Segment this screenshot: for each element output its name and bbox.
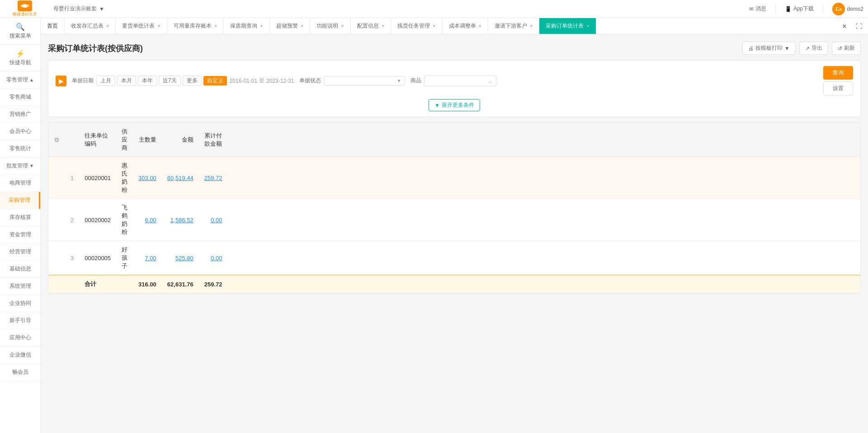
date-btn-7days[interactable]: 近7天 — [159, 76, 181, 86]
sidebar-item-retail-stat[interactable]: 零售统计 — [0, 140, 40, 157]
row2-extra — [227, 199, 860, 241]
purchase-label: 采购管理 — [9, 197, 30, 203]
tab-config-close[interactable]: × — [382, 24, 384, 29]
date-btn-this-year[interactable]: 本年 — [138, 76, 157, 86]
sidebar-item-member[interactable]: 畅会员 — [0, 364, 40, 381]
sidebar-item-quicknav[interactable]: ⚡ 快捷导航 — [0, 45, 40, 71]
sidebar-search-label: 搜索菜单 — [9, 33, 31, 39]
tab-config[interactable]: 配置信息 × — [351, 18, 391, 34]
row2-supplier: 飞鹤奶粉 — [116, 199, 133, 241]
col-settings-icon[interactable]: ⚙ — [54, 136, 60, 143]
page-header: 采购订单统计表(按供应商) 🖨 按模板打印 ▼ ↗ 导出 ↺ — [48, 42, 861, 55]
row3-supplier-code: 00020005 — [79, 241, 116, 276]
tab-function-desc[interactable]: 功能说明 × — [310, 18, 350, 34]
tab-cost-adjust[interactable]: 成本调整单 × — [443, 18, 488, 34]
tab-purchase-stat[interactable]: 采购订单统计表 × — [539, 18, 596, 34]
settings-button[interactable]: 设置 — [823, 81, 853, 95]
maximize-button[interactable]: ⛶ — [854, 21, 864, 32]
user-area[interactable]: Ea demo2 — [832, 3, 863, 15]
sidebar-item-retail-shop[interactable]: 零售商城 — [0, 89, 40, 106]
status-filter-label: 单据状态 — [299, 77, 321, 85]
query-button[interactable]: 查询 — [823, 66, 853, 80]
sidebar-item-wholesale[interactable]: 批发管理 ▼ — [0, 157, 40, 175]
message-label: 消息 — [755, 5, 766, 13]
logo-area: 畅捷通好生意 — [5, 0, 45, 17]
top-bar: 畅捷通好生意 母婴行业演示账套 ▼ ✉ 消息 📱 App下载 Ea demo2 — [0, 0, 868, 18]
sidebar-item-appcenter[interactable]: 应用中心 — [0, 329, 40, 347]
date-btn-last-month[interactable]: 上月 — [96, 76, 115, 86]
tab-pick-task-close[interactable]: × — [433, 24, 435, 29]
row3-settings — [48, 241, 65, 276]
tab-collect-close[interactable]: × — [106, 24, 109, 29]
tab-requisition[interactable]: 要货单统计表 × — [116, 18, 167, 34]
system-label: 系统管理 — [9, 283, 31, 289]
sidebar-item-members[interactable]: 会员中心 — [0, 123, 40, 140]
tab-overstock[interactable]: 超储预警 × — [270, 18, 310, 34]
tab-function-desc-close[interactable]: × — [341, 24, 344, 29]
tab-purchase-stat-close[interactable]: × — [586, 24, 589, 29]
tab-requisition-label: 要货单统计表 — [122, 22, 155, 30]
sidebar-item-wechat[interactable]: 企业微信 — [0, 347, 40, 364]
goods-input[interactable]: ... — [424, 76, 496, 86]
close-tab-button[interactable]: ✕ — [839, 21, 850, 32]
sidebar-item-enterprise[interactable]: 企业协同 — [0, 295, 40, 312]
print-button[interactable]: 🖨 按模板打印 ▼ — [742, 42, 796, 55]
tab-invite[interactable]: 邀请下游客户 × — [488, 18, 539, 34]
sidebar-item-search[interactable]: 🔍 搜索菜单 — [0, 18, 40, 45]
table-row[interactable]: 1 00020001 惠氏奶粉 303.00 60,519.44 259.72 — [48, 157, 860, 199]
export-button[interactable]: ↗ 导出 — [799, 42, 828, 55]
print-arrow-icon: ▼ — [784, 45, 790, 52]
row3-paid: 0.00 — [199, 241, 228, 276]
user-avatar: Ea — [832, 3, 845, 15]
app-download-button[interactable]: 📱 App下载 — [785, 5, 814, 13]
message-button[interactable]: ✉ 消息 — [749, 5, 766, 13]
status-select[interactable]: ▼ — [324, 76, 405, 86]
workspace-label: 母婴行业演示账套 — [53, 5, 97, 13]
tab-available-stock[interactable]: 可用量库存账本 × — [167, 18, 224, 34]
tab-overstock-close[interactable]: × — [301, 24, 303, 29]
sidebar-item-ecommerce[interactable]: 电商管理 — [0, 175, 40, 192]
sidebar-item-newbie[interactable]: 新手引导 — [0, 312, 40, 329]
search-icon: 🔍 — [2, 23, 38, 31]
tab-collect[interactable]: 收发存汇总表 × — [65, 18, 116, 34]
sidebar-item-marketing[interactable]: 营销推广 — [0, 106, 40, 123]
sidebar-item-retail[interactable]: 零售管理 ▲ — [0, 71, 40, 89]
filter-toggle-button[interactable]: ▶ — [56, 76, 66, 86]
expand-conditions-button[interactable]: ▼ 展开更多条件 — [429, 99, 480, 111]
custom-date-tag[interactable]: 自定义 — [203, 76, 227, 86]
sidebar-item-finance[interactable]: 资金管理 — [0, 226, 40, 243]
row2-num: 2 — [65, 199, 79, 241]
date-filter-item: 单据日期 上月 本月 本年 近7天 更多 自定义 2016-01-01 — [72, 76, 294, 86]
table-row[interactable]: 2 00020002 飞鹤奶粉 6.00 1,586.52 0.00 — [48, 199, 860, 241]
date-btn-more[interactable]: 更多 — [183, 76, 202, 86]
finance-label: 资金管理 — [9, 231, 31, 238]
svg-point-0 — [23, 4, 27, 8]
row1-extra — [227, 157, 860, 199]
table-row[interactable]: 3 00020005 好孩子 7.00 525.80 0.00 — [48, 241, 860, 276]
sidebar-item-system[interactable]: 系统管理 — [0, 278, 40, 295]
workspace-selector[interactable]: 母婴行业演示账套 ▼ — [50, 3, 108, 14]
date-from: 2016-01-01 — [230, 78, 257, 84]
marketing-label: 营销推广 — [9, 111, 31, 117]
app-download-label: App下载 — [793, 5, 814, 13]
goods-filter-label: 商品 — [410, 77, 421, 85]
workspace-arrow-icon: ▼ — [99, 6, 104, 12]
date-btn-this-month[interactable]: 本月 — [117, 76, 136, 86]
tab-home[interactable]: 首页 — [41, 18, 65, 34]
sidebar-item-operations[interactable]: 经营管理 — [0, 243, 40, 261]
refresh-button[interactable]: ↺ 刷新 — [832, 42, 861, 55]
sidebar-item-purchase[interactable]: 采购管理 — [0, 192, 40, 209]
tab-available-stock-close[interactable]: × — [214, 24, 217, 29]
tab-cost-adjust-close[interactable]: × — [479, 24, 481, 29]
sidebar-item-basic[interactable]: 基础信息 — [0, 261, 40, 278]
print-icon: 🖨 — [748, 45, 754, 52]
newbie-label: 新手引导 — [9, 317, 31, 324]
tab-expiry[interactable]: 保质期查询 × — [224, 18, 269, 34]
row2-settings — [48, 199, 65, 241]
tab-invite-close[interactable]: × — [530, 24, 533, 29]
sidebar-item-stock[interactable]: 库存核算 — [0, 209, 40, 226]
tab-expiry-close[interactable]: × — [260, 24, 263, 29]
tab-pick-task[interactable]: 拣货任务管理 × — [391, 18, 442, 34]
tab-requisition-close[interactable]: × — [157, 24, 160, 29]
basic-label: 基础信息 — [9, 266, 31, 272]
